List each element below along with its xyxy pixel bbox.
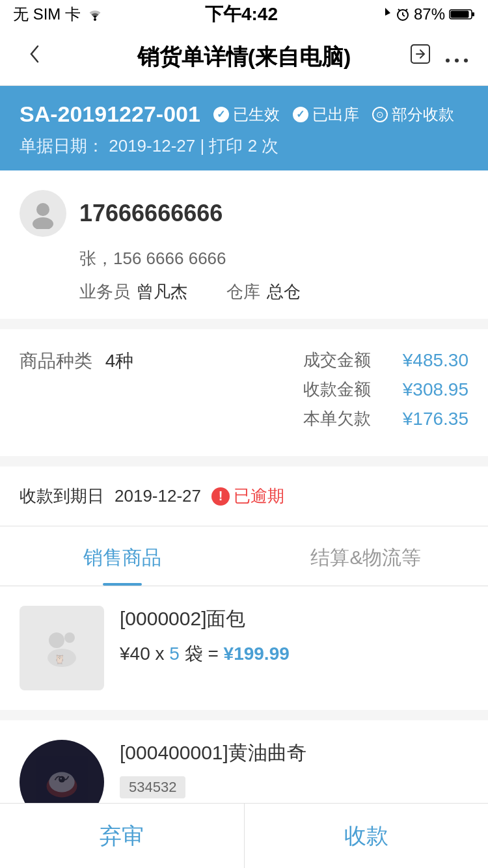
due-date: 2019-12-27 [115, 486, 201, 506]
svg-point-16 [64, 632, 75, 643]
order-header: SA-20191227-001 ✓ 已生效 ✓ 已出库 ⊙ 部分收款 单据日期：… [0, 86, 488, 170]
sales-label: 业务员 [79, 280, 130, 303]
product-name-1: [0000002]面包 [120, 606, 468, 632]
battery-icon [449, 8, 475, 21]
cancel-button[interactable]: 弃审 [0, 804, 245, 868]
check-shipped-icon: ✓ [293, 107, 308, 122]
svg-point-12 [464, 59, 468, 62]
received-label: 收款金额 [303, 378, 371, 401]
svg-point-23 [61, 778, 62, 779]
overdue-text: 已逾期 [234, 485, 284, 508]
bottom-bar: 弃审 收款 [0, 803, 488, 868]
clock-icon: ⊙ [372, 107, 388, 122]
svg-text:🦉: 🦉 [54, 654, 66, 665]
owed-value: ¥176.35 [390, 409, 468, 429]
svg-line-3 [403, 15, 405, 16]
category-count: 4种 [105, 351, 134, 371]
product-name-2: [000400001]黄油曲奇 [120, 740, 468, 766]
product-qty-1: 5 [169, 644, 180, 664]
tabs-container: 销售商品 结算&物流等 [0, 526, 488, 586]
nav-bar: 销货单详情(来自电脑) [0, 29, 488, 86]
warehouse-name: 总仓 [267, 280, 301, 303]
sales-name: 曾凡杰 [137, 280, 187, 303]
stats-amounts: 成交金额 ¥485.30 收款金额 ¥308.95 本单欠款 ¥176.35 [303, 349, 468, 437]
svg-line-5 [405, 9, 407, 11]
status-right: 87% [379, 5, 475, 23]
status-carrier: 无 SIM 卡 [13, 4, 104, 25]
svg-rect-8 [450, 11, 468, 18]
received-value: ¥308.95 [390, 379, 468, 400]
confirm-button[interactable]: 收款 [245, 804, 489, 868]
warehouse-label: 仓库 [226, 280, 260, 303]
amount-value: ¥485.30 [390, 350, 468, 371]
svg-point-11 [455, 59, 459, 62]
status-time: 下午4:42 [205, 2, 278, 27]
customer-phone: 17666666666 [79, 200, 223, 227]
nav-actions [409, 42, 468, 72]
overdue-icon: ! [211, 487, 230, 506]
svg-point-15 [49, 632, 64, 648]
tab-sales-products[interactable]: 销售商品 [0, 526, 244, 586]
overdue-badge: ! 已逾期 [211, 485, 284, 508]
svg-point-13 [36, 203, 49, 216]
svg-point-10 [446, 59, 450, 62]
order-id: SA-20191227-001 [20, 102, 200, 127]
category-label: 商品种类 [20, 351, 92, 371]
page-title: 销货单详情(来自电脑) [137, 42, 351, 72]
amount-label: 成交金额 [303, 349, 371, 372]
battery-text: 87% [414, 5, 445, 23]
more-icon[interactable] [445, 44, 468, 71]
product-total-1: ¥199.99 [224, 644, 290, 664]
back-button[interactable] [20, 34, 48, 79]
carrier-text: 无 SIM 卡 [13, 4, 81, 25]
svg-rect-7 [472, 12, 474, 16]
order-date: 单据日期： 2019-12-27 | 打印 2 次 [20, 135, 468, 157]
status-effective: ✓ 已生效 [213, 104, 280, 125]
customer-meta: 业务员 曾凡杰 仓库 总仓 [20, 280, 468, 303]
wifi-icon [86, 8, 104, 21]
check-effective-icon: ✓ [213, 107, 229, 122]
product-placeholder-icon: 🦉 [36, 622, 88, 674]
svg-line-4 [398, 9, 400, 11]
due-label: 收款到期日 [20, 485, 104, 508]
stats-categories: 商品种类 4种 [20, 349, 133, 373]
location-icon [379, 7, 392, 22]
product-image-1: 🦉 [20, 606, 104, 690]
stats-section: 商品种类 4种 成交金额 ¥485.30 收款金额 ¥308.95 本单欠款 ¥… [0, 329, 488, 456]
product-item: 🦉 [0000002]面包 ¥40 x 5 袋 = ¥199.99 [0, 586, 488, 710]
svg-point-22 [59, 776, 65, 783]
due-section: 收款到期日 2019-12-27 ! 已逾期 [0, 467, 488, 526]
product-price-1: ¥40 x 5 袋 = ¥199.99 [120, 642, 468, 666]
alarm-icon [396, 7, 410, 22]
share-icon[interactable] [409, 42, 432, 72]
avatar [20, 190, 66, 237]
product-img-cookie [36, 756, 88, 808]
owed-label: 本单欠款 [303, 407, 371, 430]
svg-point-0 [94, 18, 96, 21]
tab-settlement[interactable]: 结算&物流等 [244, 526, 488, 586]
customer-section: 17666666666 张，156 6666 6666 业务员 曾凡杰 仓库 总… [0, 170, 488, 319]
tabs: 销售商品 结算&物流等 [0, 526, 488, 586]
customer-name: 张，156 6666 6666 [20, 247, 468, 270]
svg-point-14 [33, 217, 53, 229]
product-tag-2: 534532 [120, 776, 185, 798]
status-shipped: ✓ 已出库 [293, 104, 359, 125]
status-partial: ⊙ 部分收款 [372, 104, 454, 125]
status-bar: 无 SIM 卡 下午4:42 87% [0, 0, 488, 29]
product-info-1: [0000002]面包 ¥40 x 5 袋 = ¥199.99 [120, 606, 468, 666]
